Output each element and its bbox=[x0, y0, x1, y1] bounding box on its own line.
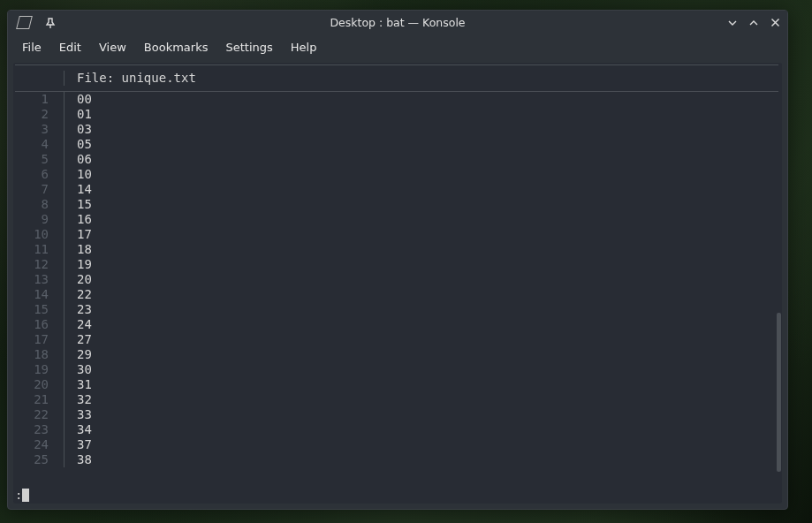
bat-line: 815 bbox=[15, 197, 778, 212]
line-value: 32 bbox=[75, 392, 778, 407]
bat-line: 2233 bbox=[15, 407, 778, 422]
titlebar-left bbox=[8, 12, 61, 34]
line-value: 24 bbox=[75, 317, 778, 332]
grid-sep bbox=[52, 137, 75, 152]
line-number: 7 bbox=[15, 182, 52, 197]
grid-sep bbox=[52, 422, 75, 437]
line-number: 19 bbox=[15, 362, 52, 377]
pager-prompt-text: : bbox=[15, 488, 22, 503]
grid-sep bbox=[52, 452, 75, 467]
grid-sep bbox=[52, 407, 75, 422]
line-value: 06 bbox=[75, 152, 778, 167]
bat-line: 610 bbox=[15, 167, 778, 182]
menu-help[interactable]: Help bbox=[282, 37, 326, 57]
line-number: 22 bbox=[15, 407, 52, 422]
grid-sep bbox=[52, 122, 75, 137]
line-number: 23 bbox=[15, 422, 52, 437]
titlebar-controls bbox=[722, 12, 787, 34]
grid-sep bbox=[52, 317, 75, 332]
minimize-button[interactable] bbox=[722, 12, 743, 34]
konsole-window: Desktop : bat — Konsole File Edit bbox=[7, 10, 788, 510]
line-value: 17 bbox=[75, 227, 778, 242]
cursor bbox=[22, 489, 29, 502]
line-number: 17 bbox=[15, 332, 52, 347]
grid-sep bbox=[52, 212, 75, 227]
grid-sep bbox=[52, 287, 75, 302]
grid-sep bbox=[52, 92, 75, 107]
line-value: 38 bbox=[75, 452, 778, 467]
line-value: 05 bbox=[75, 137, 778, 152]
line-value: 18 bbox=[75, 242, 778, 257]
bat-line: 2538 bbox=[15, 452, 778, 467]
line-value: 30 bbox=[75, 362, 778, 377]
line-value: 29 bbox=[75, 347, 778, 362]
grid-sep bbox=[52, 152, 75, 167]
line-number: 14 bbox=[15, 287, 52, 302]
bat-line: 1624 bbox=[15, 317, 778, 332]
grid-sep bbox=[52, 362, 75, 377]
titlebar[interactable]: Desktop : bat — Konsole bbox=[8, 11, 787, 35]
line-value: 03 bbox=[75, 122, 778, 137]
menu-view[interactable]: View bbox=[90, 37, 135, 57]
grid-sep bbox=[52, 257, 75, 272]
pager-prompt[interactable]: : bbox=[15, 488, 29, 503]
file-label: File: unique.txt bbox=[75, 71, 778, 86]
line-value: 23 bbox=[75, 302, 778, 317]
line-number: 5 bbox=[15, 152, 52, 167]
bat-header-row: File: unique.txt bbox=[15, 65, 778, 91]
line-number: 9 bbox=[15, 212, 52, 227]
window-title: Desktop : bat — Konsole bbox=[8, 16, 787, 29]
grid-sep bbox=[52, 182, 75, 197]
menu-bookmarks[interactable]: Bookmarks bbox=[135, 37, 217, 57]
line-value: 22 bbox=[75, 287, 778, 302]
line-value: 20 bbox=[75, 272, 778, 287]
bat-line: 1017 bbox=[15, 227, 778, 242]
bat-line: 303 bbox=[15, 122, 778, 137]
line-number: 13 bbox=[15, 272, 52, 287]
line-value: 37 bbox=[75, 437, 778, 452]
line-value: 16 bbox=[75, 212, 778, 227]
line-value: 10 bbox=[75, 167, 778, 182]
line-number: 20 bbox=[15, 377, 52, 392]
line-value: 15 bbox=[75, 197, 778, 212]
bat-line: 714 bbox=[15, 182, 778, 197]
grid-sep bbox=[52, 272, 75, 287]
line-value: 19 bbox=[75, 257, 778, 272]
line-number: 10 bbox=[15, 227, 52, 242]
scrollbar-thumb[interactable] bbox=[777, 313, 781, 472]
bat-line: 1727 bbox=[15, 332, 778, 347]
line-number: 16 bbox=[15, 317, 52, 332]
menubar: File Edit View Bookmarks Settings Help bbox=[8, 35, 787, 59]
bat-line: 1422 bbox=[15, 287, 778, 302]
line-number: 2 bbox=[15, 107, 52, 122]
line-value: 00 bbox=[75, 92, 778, 107]
line-number: 1 bbox=[15, 92, 52, 107]
bat-line: 916 bbox=[15, 212, 778, 227]
line-number: 18 bbox=[15, 347, 52, 362]
grid-sep bbox=[52, 242, 75, 257]
menu-settings[interactable]: Settings bbox=[216, 37, 281, 57]
line-number: 11 bbox=[15, 242, 52, 257]
bat-line: 1930 bbox=[15, 362, 778, 377]
bat-line: 1219 bbox=[15, 257, 778, 272]
grid-sep bbox=[52, 302, 75, 317]
grid-sep bbox=[52, 377, 75, 392]
pin-icon[interactable] bbox=[40, 12, 61, 34]
maximize-button[interactable] bbox=[743, 12, 764, 34]
bat-line: 201 bbox=[15, 107, 778, 122]
bat-lines: 1002013034055066107148159161017111812191… bbox=[15, 92, 778, 502]
line-value: 14 bbox=[75, 182, 778, 197]
bat-line: 405 bbox=[15, 137, 778, 152]
line-number: 12 bbox=[15, 257, 52, 272]
line-number: 25 bbox=[15, 452, 52, 467]
bat-line: 100 bbox=[15, 92, 778, 107]
grid-sep bbox=[52, 71, 75, 86]
menu-file[interactable]: File bbox=[13, 37, 50, 57]
bat-line: 1118 bbox=[15, 242, 778, 257]
menu-edit[interactable]: Edit bbox=[50, 37, 90, 57]
bat-line: 2031 bbox=[15, 377, 778, 392]
line-value: 01 bbox=[75, 107, 778, 122]
close-button[interactable] bbox=[764, 12, 785, 34]
grid-sep bbox=[52, 197, 75, 212]
terminal-area[interactable]: File: unique.txt 10020130340550661071481… bbox=[13, 63, 782, 504]
